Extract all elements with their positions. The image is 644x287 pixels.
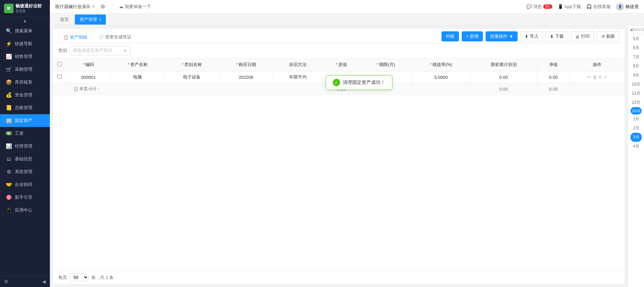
nav-label: 固定资产 — [15, 118, 32, 124]
new-btn[interactable]: + 新增 — [462, 31, 483, 41]
sub-tabs: 📋 资产明细 📄 变更生成凭证 对账 + 新增 批量操作 ▼ ⬆ — [53, 29, 625, 43]
row-category: 电子设备 — [165, 71, 219, 83]
notifications-btn[interactable]: 💬 消息 99+ — [526, 4, 552, 10]
nav-icon: 📊 — [5, 143, 12, 149]
online-service-label: 在线客服 — [593, 4, 611, 10]
sidebar-item-搜索菜单[interactable]: 🔍搜索菜单 — [0, 25, 50, 37]
sidebar-item-总账管理[interactable]: 📒总账管理 — [0, 101, 50, 114]
calendar-month[interactable]: 10月 — [631, 80, 642, 89]
calendar-year-month: 2023.03 — [632, 28, 644, 32]
sidebar-item-库存核算[interactable]: 📦库存核算 — [0, 76, 50, 89]
content-area: 📋 资产明细 📄 变更生成凭证 对账 + 新增 批量操作 ▼ ⬆ — [50, 26, 644, 287]
sidebar-item-销售管理[interactable]: 📈销售管理 — [0, 50, 50, 63]
batch-btn[interactable]: 批量操作 ▼ — [486, 31, 518, 41]
feedback-btn[interactable]: ☁ 我要体验一下 — [119, 4, 151, 10]
sidebar-item-新手引导[interactable]: 🎯新手引导 — [0, 191, 50, 204]
sidebar-scroll-up[interactable]: ▲ — [0, 17, 50, 25]
select-all-checkbox[interactable] — [57, 62, 62, 66]
filter-label: 类别 — [58, 47, 67, 54]
calendar-month[interactable]: 6月 — [631, 43, 642, 53]
sidebar-item-经营管理[interactable]: 📊经营管理 — [0, 140, 50, 153]
calendar-month-2023[interactable]: 1月 — [631, 115, 642, 124]
print-label: 打印 — [581, 33, 590, 39]
app-download-btn[interactable]: 📱 App下载 — [558, 4, 581, 10]
sub-tab-voucher-label: 变更生成凭证 — [105, 34, 131, 40]
calendar-month[interactable]: 7月 — [631, 53, 642, 62]
company-selector[interactable]: 医疗器械行业演示 ▼ — [55, 4, 95, 10]
account-btn[interactable]: 对账 — [441, 31, 459, 41]
per-page-select[interactable]: 50 100 200 — [70, 274, 89, 281]
tab-assets-label: 资产管理 — [80, 17, 97, 23]
calendar-left-icon[interactable]: ◀ — [630, 28, 632, 32]
sidebar: 财 畅捷通好业财 普及版 ▲ 🔍搜索菜单⚡快捷导航📈销售管理🛒采购管理📦库存核算… — [0, 0, 50, 287]
per-page-label: 每页 — [58, 275, 67, 281]
notifications-label: 消息 — [533, 4, 542, 10]
nav-icon: 🏢 — [5, 118, 12, 124]
th-name: *资产名称 — [111, 58, 165, 71]
refresh-btn[interactable]: ↺ 刷新 — [597, 31, 619, 41]
select-chevron-icon: ▼ — [123, 48, 127, 53]
nav-icon: 💵 — [5, 130, 12, 136]
nav-label: 资金管理 — [15, 92, 32, 98]
edit-icon[interactable]: ✏ — [587, 74, 591, 80]
sidebar-item-应用中心[interactable]: 📱应用中心 — [0, 204, 50, 217]
delete-icon[interactable]: 🗑 — [592, 74, 597, 80]
download-label: 下载 — [555, 33, 564, 39]
sidebar-item-基础信息[interactable]: 🗂基础信息 — [0, 153, 50, 165]
calendar-month[interactable]: 12月 — [631, 98, 642, 107]
online-service-btn[interactable]: 🎧 在线客服 — [586, 4, 611, 10]
calendar-month-2023[interactable]: 4月 — [631, 142, 642, 151]
settings-icon[interactable]: ⚙ — [4, 279, 8, 284]
print-btn[interactable]: 🖨 打印 — [571, 31, 594, 41]
sidebar-item-工资[interactable]: 💵工资 — [0, 127, 50, 140]
nav-icon: 🛒 — [5, 66, 12, 72]
sidebar-item-采购管理[interactable]: 🛒采购管理 — [0, 63, 50, 76]
collapse-icon[interactable]: ◀ — [42, 279, 46, 284]
subtotal-label: 📋 本页小计： — [66, 83, 323, 95]
batch-label: 批量操作 — [490, 33, 508, 39]
export-icon: ⬆ — [525, 34, 528, 39]
tab-close-icon[interactable]: × — [99, 18, 101, 22]
sidebar-item-快捷导航[interactable]: ⚡快捷导航 — [0, 37, 50, 50]
success-check-icon: ✓ — [333, 79, 340, 86]
sidebar-item-系统管理[interactable]: ⚙系统管理 — [0, 165, 50, 178]
app-title: 畅捷通好业财 — [16, 3, 42, 9]
row-code: 000001 — [66, 71, 111, 83]
calendar-month[interactable]: 5月 — [631, 34, 642, 43]
toast-message: 清理固定资产成功！ — [343, 79, 385, 86]
topbar: 医疗器械行业演示 ▼ ⚙ ☁ 我要体验一下 💬 消息 99+ 📱 App下载 🎧… — [50, 0, 644, 13]
export-btn[interactable]: ⬆ 导入 — [520, 31, 543, 41]
download-btn[interactable]: ⬇ 下载 — [546, 31, 568, 41]
nav-icon: 🔍 — [5, 28, 12, 34]
user-menu[interactable]: 👤 畅捷通 — [616, 3, 639, 11]
th-initial-dep: 期初累计折旧 — [470, 58, 537, 71]
calendar-month-2023[interactable]: 3月 — [631, 133, 642, 142]
category-select[interactable]: 请选择固定资产类别 ▼ — [70, 46, 130, 55]
sub-tab-asset-detail[interactable]: 📋 资产明细 — [58, 32, 92, 43]
calendar-month[interactable]: 9月 — [631, 71, 642, 80]
th-residual-rate: *残值率(%) — [411, 58, 470, 71]
copy-icon[interactable]: ⧉ — [599, 74, 602, 80]
row-checkbox[interactable] — [57, 74, 62, 79]
calendar-month-2023[interactable]: 2月 — [631, 124, 642, 133]
sidebar-item-企业协同[interactable]: 🤝企业协同 — [0, 178, 50, 191]
sub-tab-voucher[interactable]: 📄 变更生成凭证 — [94, 32, 136, 42]
settings-gear-icon[interactable]: ⚙ — [100, 3, 105, 10]
calendar-month[interactable]: 11月 — [631, 89, 642, 98]
more-icon[interactable]: ↗ — [603, 74, 607, 80]
nav-icon: ⚡ — [5, 41, 12, 47]
sidebar-header: 财 畅捷通好业财 普及版 — [0, 0, 50, 17]
total-text: 条，共 1 条 — [91, 275, 114, 281]
nav-icon: ⚙ — [5, 169, 12, 175]
nav-label: 新手引导 — [15, 194, 32, 200]
sidebar-item-资金管理[interactable]: 💰资金管理 — [0, 89, 50, 101]
tab-home[interactable]: 首页 — [55, 14, 73, 25]
tab-assets[interactable]: 资产管理 × — [75, 14, 106, 25]
sidebar-item-固定资产[interactable]: 🏢固定资产 — [0, 114, 50, 127]
nav-label: 应用中心 — [15, 207, 32, 213]
th-action: 操作 — [570, 58, 625, 71]
sidebar-nav: 🔍搜索菜单⚡快捷导航📈销售管理🛒采购管理📦库存核算💰资金管理📒总账管理🏢固定资产… — [0, 25, 50, 276]
calendar-year-2023[interactable]: 2023 — [631, 107, 642, 115]
calendar-month[interactable]: 8月 — [631, 62, 642, 71]
refresh-label: 刷新 — [606, 33, 615, 39]
